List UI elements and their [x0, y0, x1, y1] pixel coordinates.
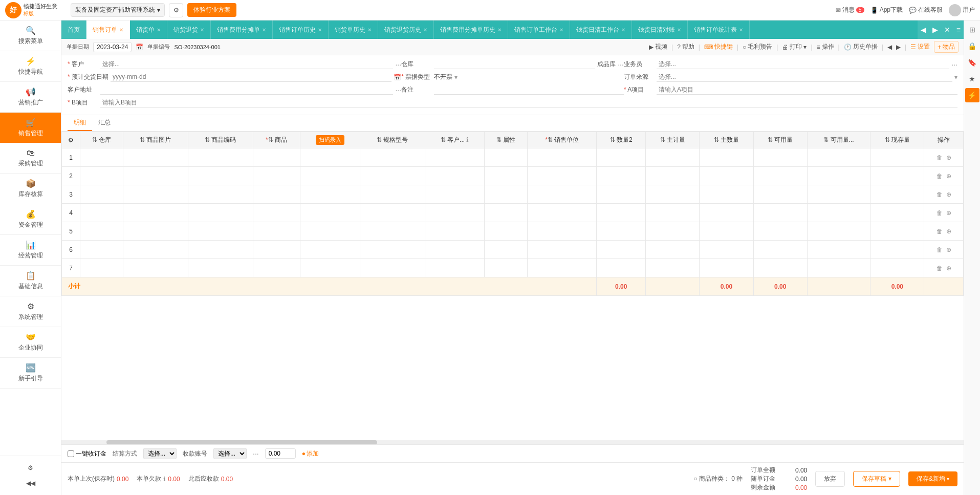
row-current-stock-5[interactable] — [870, 222, 924, 241]
row-attr-5[interactable] — [485, 222, 528, 241]
row-code-3[interactable] — [188, 185, 253, 204]
row-code-7[interactable] — [188, 259, 253, 277]
detail-tab-detail[interactable]: 明细 — [68, 115, 92, 131]
row-customer-code-5[interactable] — [425, 222, 485, 241]
th-spec[interactable]: ⇅ 规格型号 — [360, 132, 425, 148]
row-main-qty-5[interactable] — [700, 222, 753, 241]
industry-button[interactable]: 体验行业方案 — [187, 3, 236, 17]
row-warehouse-3[interactable] — [80, 185, 123, 204]
row-available2-1[interactable] — [807, 148, 870, 167]
invoice-type-dropdown-icon[interactable]: ▾ — [454, 74, 458, 81]
sidebar-item-inventory[interactable]: 📦 库存核算 — [0, 174, 61, 204]
date-value[interactable]: 2023-03-24 — [93, 42, 132, 52]
account-more-icon[interactable]: ··· — [253, 449, 259, 458]
row-warehouse-2[interactable] — [80, 167, 123, 185]
th-main-qty[interactable]: ⇅ 主数量 — [700, 132, 753, 148]
th-attr[interactable]: ⇅ 属性 — [485, 132, 528, 148]
online-service-item[interactable]: 💬 在线客服 — [909, 6, 943, 14]
row-customer-code-2[interactable] — [425, 167, 485, 185]
row-available-7[interactable] — [753, 259, 807, 277]
row-warehouse-7[interactable] — [80, 259, 123, 277]
sidebar-item-management[interactable]: 📊 经营管理 — [0, 235, 61, 266]
tab-sales-invoice[interactable]: 销货单 ✕ — [130, 20, 167, 39]
row-available2-6[interactable] — [807, 241, 870, 259]
table-row[interactable]: 4 🗑 ⊕ — [62, 204, 964, 222]
th-code[interactable]: ⇅ 商品编码 — [188, 132, 253, 148]
right-grid-icon[interactable]: ⊞ — [965, 23, 979, 37]
delivery-date-input[interactable] — [111, 72, 391, 82]
row-main-unit-6[interactable] — [646, 241, 700, 259]
customer-address-input[interactable] — [100, 85, 393, 95]
staff-input[interactable] — [657, 59, 949, 69]
row-available-1[interactable] — [753, 148, 807, 167]
delivery-date-calendar-icon[interactable]: 📅 — [394, 74, 401, 81]
table-row[interactable]: 7 🗑 ⊕ — [62, 259, 964, 277]
right-action-icon[interactable]: ⚡ — [965, 88, 979, 102]
row-unit-4[interactable] — [528, 204, 597, 222]
row-current-stock-6[interactable] — [870, 241, 924, 259]
th-main-unit[interactable]: ⇅ 主计量 — [646, 132, 700, 148]
row-unit-7[interactable] — [528, 259, 597, 277]
tab-prev-btn[interactable]: ◀ — [918, 20, 929, 39]
row-actions-6[interactable]: 🗑 ⊕ — [924, 241, 964, 259]
row-code-5[interactable] — [188, 222, 253, 241]
row-unit-5[interactable] — [528, 222, 597, 241]
tab-reconcile[interactable]: 钱货日清对账 ✕ — [632, 20, 688, 39]
row-customer-code-1[interactable] — [425, 148, 485, 167]
row-attr-6[interactable] — [485, 241, 528, 259]
row-warehouse-4[interactable] — [80, 204, 123, 222]
row-actions-4[interactable]: 🗑 ⊕ — [924, 204, 964, 222]
row-current-stock-7[interactable] — [870, 259, 924, 277]
row-qty2-2[interactable] — [597, 167, 646, 185]
tab-fee-history-close[interactable]: ✕ — [497, 27, 502, 33]
tab-return-history-close[interactable]: ✕ — [423, 27, 427, 33]
row-available2-7[interactable] — [807, 259, 870, 277]
row-qty2-3[interactable] — [597, 185, 646, 204]
actions-btn[interactable]: ≡ 操作 — [817, 42, 834, 51]
row-main-unit-1[interactable] — [646, 148, 700, 167]
row-main-qty-1[interactable] — [700, 148, 753, 167]
warehouse-input[interactable] — [434, 59, 595, 69]
row-qty2-4[interactable] — [597, 204, 646, 222]
row-actions-5[interactable]: 🗑 ⊕ — [924, 222, 964, 241]
th-available2[interactable]: ⇅ 可用量... — [807, 132, 870, 148]
delete-icon-3[interactable]: 🗑 — [937, 191, 943, 198]
tab-order-history[interactable]: 销售订单历史 ✕ — [273, 20, 329, 39]
account-select[interactable]: 选择... — [213, 448, 247, 459]
copy-icon-1[interactable]: ⊕ — [946, 154, 951, 161]
row-main-unit-4[interactable] — [646, 204, 700, 222]
table-scrollbar[interactable] — [61, 440, 964, 444]
delete-icon-1[interactable]: 🗑 — [937, 154, 943, 161]
tab-daily-clear-close[interactable]: ✕ — [621, 27, 625, 33]
sidebar-item-search[interactable]: 🔍 搜索菜单 — [0, 20, 61, 51]
row-available2-3[interactable] — [807, 185, 870, 204]
sidebar-item-system[interactable]: ⚙ 系统管理 — [0, 296, 61, 327]
add-button[interactable]: ● 添加 — [302, 449, 319, 458]
customer-more-icon[interactable]: ··· — [395, 60, 401, 69]
row-unit-2[interactable] — [528, 167, 597, 185]
tab-home[interactable]: 首页 — [61, 20, 86, 39]
print-btn[interactable]: 🖨 打印 ▾ — [782, 42, 807, 51]
row-current-stock-2[interactable] — [870, 167, 924, 185]
right-star-icon[interactable]: ★ — [965, 72, 979, 86]
row-attr-1[interactable] — [485, 148, 528, 167]
scan-button[interactable]: 扫码录入 — [316, 135, 344, 145]
sidebar-settings-button[interactable]: ⚙ — [25, 460, 36, 476]
tab-fee-split-close[interactable]: ✕ — [262, 27, 266, 33]
row-available-3[interactable] — [753, 185, 807, 204]
th-customer-code[interactable]: ⇅ 客户... ℹ — [425, 132, 485, 148]
copy-icon-3[interactable]: ⊕ — [946, 191, 951, 198]
sidebar-item-finance[interactable]: 💰 资金管理 — [0, 204, 61, 235]
help-btn[interactable]: ? 帮助 — [677, 42, 694, 51]
row-main-qty-4[interactable] — [700, 204, 753, 222]
message-item[interactable]: ✉ 消息 5 — [836, 6, 864, 14]
app-download-item[interactable]: 📱 App下载 — [870, 6, 903, 14]
discard-button[interactable]: 放弃 — [815, 471, 845, 487]
sidebar-item-newbie[interactable]: 🆕 新手引导 — [0, 358, 61, 389]
row-available2-4[interactable] — [807, 204, 870, 222]
row-main-unit-5[interactable] — [646, 222, 700, 241]
order-source-dropdown-icon[interactable]: ▾ — [954, 74, 957, 81]
sidebar-item-base-info[interactable]: 📋 基础信息 — [0, 266, 61, 296]
right-lock-icon[interactable]: 🔒 — [965, 39, 979, 53]
row-main-qty-7[interactable] — [700, 259, 753, 277]
